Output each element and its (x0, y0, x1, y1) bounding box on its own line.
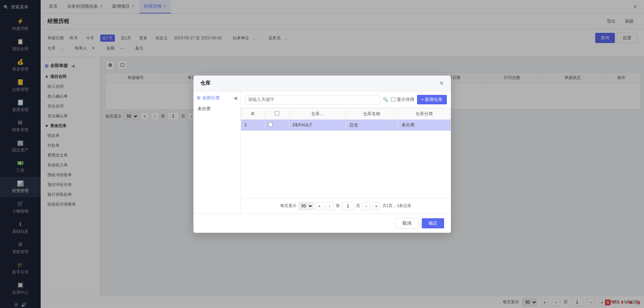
modal-body: ⊞ 全部分类 ◀ 未分类 🔍 显示停用 + 新增 (193, 91, 451, 213)
modal-uncategorized-item[interactable]: 未分类 (193, 103, 241, 115)
modal-per-page-label: 每页显示 (280, 203, 296, 209)
table-row[interactable]: 1 DEFAULT 总仓 未分类 (241, 119, 451, 130)
grid-icon-modal: ⊞ (197, 95, 201, 100)
modal-right-panel: 🔍 显示停用 + 新增仓库 ⚙ 仓库... (241, 91, 451, 213)
row-name: 总仓 (346, 119, 398, 130)
modal-next-page[interactable]: › (362, 202, 370, 210)
modal-all-category-label: 全部分类 (202, 95, 220, 101)
modal-panel-collapse[interactable]: ◀ (233, 95, 237, 101)
select-all-checkbox[interactable] (275, 111, 279, 116)
modal-confirm-button[interactable]: 确定 (422, 218, 444, 228)
modal-warehouse-table: ⚙ 仓库... 仓库名称 仓库分类 1 DEFAULT (241, 108, 451, 131)
modal-category-list: 未分类 (193, 103, 241, 213)
modal-page-input[interactable] (342, 202, 354, 210)
modal-first-page[interactable]: « (315, 202, 324, 210)
row-category: 未分类 (398, 119, 451, 130)
modal-pagination: 每页显示 50 « ‹ 第 页 › » 共1页，1条记录 (241, 198, 451, 213)
row-index: 1 (241, 119, 265, 130)
modal-search-input[interactable] (245, 95, 380, 104)
modal-page-pre: 第 (336, 203, 340, 209)
show-disabled-label[interactable]: 显示停用 (391, 97, 414, 103)
show-disabled-text: 显示停用 (397, 97, 414, 103)
modal-col-category: 仓库分类 (398, 108, 451, 119)
modal-close-button[interactable]: ✕ (439, 80, 444, 87)
add-warehouse-button[interactable]: + 新增仓库 (417, 95, 446, 104)
modal-header: 仓库 ✕ (193, 76, 451, 91)
modal-prev-page[interactable]: ‹ (326, 202, 334, 210)
modal-last-page[interactable]: » (372, 202, 380, 210)
modal-search-icon[interactable]: 🔍 (383, 97, 388, 102)
modal-col-code: 仓库... (289, 108, 346, 119)
modal-table-wrap: ⚙ 仓库... 仓库名称 仓库分类 1 DEFAULT (241, 108, 451, 198)
warehouse-modal: 仓库 ✕ ⊞ 全部分类 ◀ 未分类 🔍 (193, 76, 451, 233)
modal-cancel-button[interactable]: 取消 (395, 218, 418, 229)
modal-overlay[interactable]: 仓库 ✕ ⊞ 全部分类 ◀ 未分类 🔍 (0, 0, 644, 308)
modal-search-bar: 🔍 显示停用 + 新增仓库 (241, 91, 451, 108)
row-code: DEFAULT (289, 119, 346, 130)
modal-total: 共1页，1条记录 (382, 203, 411, 209)
row-checkbox[interactable] (268, 122, 273, 127)
modal-page-label: 页 (356, 203, 360, 209)
modal-col-name: 仓库名称 (346, 108, 398, 119)
row-checkbox-cell[interactable] (265, 119, 289, 130)
modal-footer: 取消 确定 (193, 213, 451, 233)
modal-all-category[interactable]: ⊞ 全部分类 ◀ (193, 91, 241, 103)
modal-title: 仓库 (200, 80, 210, 86)
modal-col-settings[interactable]: ⚙ (241, 108, 265, 119)
modal-left-panel: ⊞ 全部分类 ◀ 未分类 (193, 91, 241, 213)
modal-per-page-select[interactable]: 50 (298, 202, 313, 210)
modal-col-checkbox[interactable] (265, 108, 289, 119)
show-disabled-checkbox[interactable] (391, 97, 395, 102)
